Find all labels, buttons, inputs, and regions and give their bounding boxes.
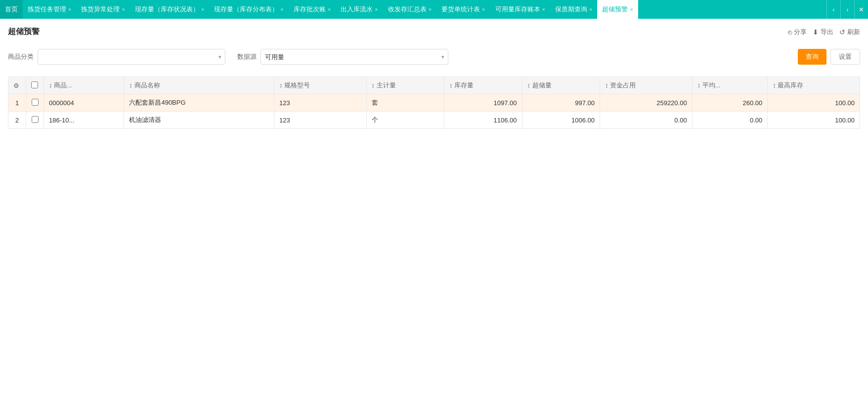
row-2-overstock: 1006.00 — [522, 112, 600, 129]
row-1-capital: 259220.00 — [600, 94, 692, 112]
table-header: ⚙ ↕ 商品... ↕ 商品名称 ↕ 规格型号 ↕ 主计量 ↕ — [8, 77, 860, 94]
th-avg[interactable]: ↕ 平均... — [692, 77, 768, 94]
row-1-avg: 260.00 — [692, 94, 768, 112]
th-product-code[interactable]: ↕ 商品... — [44, 77, 124, 94]
row-2-product-code: 186-10... — [44, 112, 124, 129]
share-button[interactable]: ⎋ 分享 — [788, 28, 807, 37]
nav-close-stock-dist[interactable]: × — [280, 6, 283, 12]
refresh-button[interactable]: ↺ 刷新 — [839, 28, 860, 37]
page-container: 超储预警 ⎋ 分享 ⬇ 导出 ↺ 刷新 商品分类 ▾ — [0, 19, 868, 395]
row-2-checkbox[interactable] — [26, 112, 44, 129]
nav-arrow-expand[interactable]: ✕ — [854, 0, 868, 19]
row-2-stock: 1106.00 — [444, 112, 522, 129]
th-capital[interactable]: ↕ 资金占用 — [600, 77, 692, 94]
data-source-filter: 数据源 可用量 库存量 ▾ — [237, 49, 448, 65]
row-2-num: 2 — [8, 112, 26, 129]
row-2-max-stock: 100.00 — [768, 112, 860, 129]
row-1-max-stock: 100.00 — [768, 94, 860, 112]
share-icon: ⎋ — [788, 28, 792, 36]
nav-close-batch-account[interactable]: × — [328, 6, 331, 12]
nav-close-flow[interactable]: × — [375, 6, 378, 12]
th-max-stock[interactable]: ↕ 最高库存 — [768, 77, 860, 94]
product-category-filter: 商品分类 ▾ — [8, 49, 225, 65]
nav-stock-status[interactable]: 现存量（库存状况表） × — [130, 0, 209, 19]
row-2-avg: 0.00 — [692, 112, 768, 129]
nav-summary[interactable]: 收发存汇总表 × — [383, 0, 436, 19]
th-stock[interactable]: ↕ 库存量 — [444, 77, 522, 94]
nav-close-available-stock[interactable]: × — [542, 6, 545, 12]
row-2-select-checkbox[interactable] — [32, 116, 39, 123]
select-all-checkbox[interactable] — [31, 81, 38, 88]
query-button[interactable]: 查询 — [798, 49, 826, 65]
nav-arrows: ‹ › ✕ — [826, 0, 868, 19]
row-1-overstock: 997.00 — [522, 94, 600, 112]
page-header: 超储预警 ⎋ 分享 ⬇ 导出 ↺ 刷新 — [8, 27, 860, 37]
row-1-stock: 1097.00 — [444, 94, 522, 112]
nav-requisition-stats[interactable]: 要货单统计表 × — [436, 0, 490, 19]
row-2-spec: 123 — [274, 112, 366, 129]
row-1-select-checkbox[interactable] — [32, 99, 39, 106]
table-body: 1 0000004 六配套新昌490BPG 123 套 1097.00 997.… — [8, 94, 860, 129]
th-unit[interactable]: ↕ 主计量 — [366, 77, 444, 94]
row-1-checkbox[interactable] — [26, 94, 44, 112]
settings-gear-icon: ⚙ — [13, 82, 19, 89]
row-2-product-name: 机油滤清器 — [124, 112, 274, 129]
top-nav: 首页 拣货任务管理 × 拣货异常处理 × 现存量（库存状况表） × 现存量（库存… — [0, 0, 868, 19]
nav-stock-dist[interactable]: 现存量（库存分布表） × — [209, 0, 288, 19]
nav-close-stock-status[interactable]: × — [201, 6, 204, 12]
nav-arrow-right[interactable]: › — [840, 0, 854, 19]
nav-flow[interactable]: 出入库流水 × — [336, 0, 383, 19]
table-row: 1 0000004 六配套新昌490BPG 123 套 1097.00 997.… — [8, 94, 860, 112]
nav-close-quality-period[interactable]: × — [589, 6, 592, 12]
settings-button[interactable]: 设置 — [830, 49, 860, 65]
nav-quality-period[interactable]: 保质期查询 × — [550, 0, 597, 19]
product-category-select[interactable] — [38, 49, 225, 65]
nav-close-pick-exception[interactable]: × — [122, 6, 125, 12]
th-checkbox[interactable] — [26, 77, 44, 94]
table-row: 2 186-10... 机油滤清器 123 个 1106.00 1006.00 … — [8, 112, 860, 129]
filter-bar: 商品分类 ▾ 数据源 可用量 库存量 ▾ 查询 设置 — [8, 45, 860, 69]
export-icon: ⬇ — [813, 28, 819, 36]
row-1-product-code: 0000004 — [44, 94, 124, 112]
row-1-spec: 123 — [274, 94, 366, 112]
nav-close-pick-task[interactable]: × — [68, 6, 71, 12]
product-category-select-wrapper: ▾ — [38, 49, 225, 65]
nav-close-overstock-warning[interactable]: × — [630, 6, 633, 12]
row-2-unit: 个 — [366, 112, 444, 129]
row-1-unit: 套 — [366, 94, 444, 112]
nav-pick-exception[interactable]: 拣货异常处理 × — [76, 0, 130, 19]
nav-batch-account[interactable]: 库存批次账 × — [289, 0, 336, 19]
nav-close-requisition-stats[interactable]: × — [482, 6, 485, 12]
th-settings[interactable]: ⚙ — [8, 77, 26, 94]
data-source-label: 数据源 — [237, 52, 257, 61]
export-button[interactable]: ⬇ 导出 — [813, 28, 833, 37]
header-actions: ⎋ 分享 ⬇ 导出 ↺ 刷新 — [788, 28, 860, 37]
product-category-label: 商品分类 — [8, 52, 34, 61]
row-1-product-name: 六配套新昌490BPG — [124, 94, 274, 112]
data-table: ⚙ ↕ 商品... ↕ 商品名称 ↕ 规格型号 ↕ 主计量 ↕ — [8, 77, 860, 129]
th-overstock[interactable]: ↕ 超储量 — [522, 77, 600, 94]
nav-home[interactable]: 首页 — [0, 0, 23, 19]
data-source-select-wrapper: 可用量 库存量 ▾ — [260, 49, 448, 65]
row-1-num: 1 — [8, 94, 26, 112]
th-spec[interactable]: ↕ 规格型号 — [274, 77, 366, 94]
page-title: 超储预警 — [8, 27, 40, 37]
refresh-icon: ↺ — [839, 28, 845, 36]
data-source-select[interactable]: 可用量 库存量 — [260, 49, 448, 65]
nav-available-stock[interactable]: 可用量库存账本 × — [490, 0, 550, 19]
nav-overstock-warning[interactable]: 超储预警 × — [597, 0, 638, 19]
row-2-capital: 0.00 — [600, 112, 692, 129]
nav-pick-task[interactable]: 拣货任务管理 × — [23, 0, 76, 19]
th-product-name[interactable]: ↕ 商品名称 — [124, 77, 274, 94]
action-buttons: 查询 设置 — [798, 49, 860, 65]
nav-arrow-left[interactable]: ‹ — [826, 0, 840, 19]
nav-close-summary[interactable]: × — [429, 6, 432, 12]
